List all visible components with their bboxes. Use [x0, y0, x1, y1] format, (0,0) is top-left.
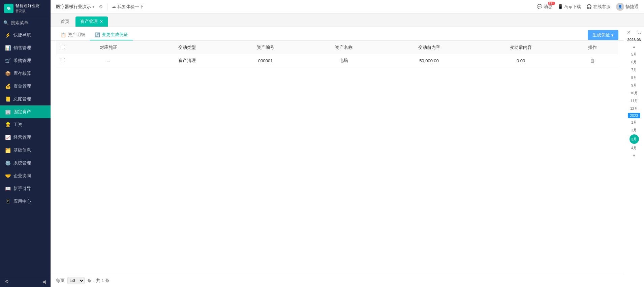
month-1[interactable]: 1月: [629, 119, 639, 126]
sidebar-item-enterprise[interactable]: 🤝 企业协同: [0, 169, 51, 182]
main-content: 📋 资产明细 🔄 变更生成凭证 生成凭证 ▾: [51, 27, 624, 287]
month-11[interactable]: 11月: [628, 97, 640, 104]
row-checkbox[interactable]: [61, 58, 65, 62]
sidebar-item-finance[interactable]: 💰 资金管理: [0, 80, 51, 93]
tab-home-label: 首页: [61, 19, 69, 25]
experience-button[interactable]: ☁ 我要体验一下: [112, 4, 144, 10]
avatar: 👤: [616, 3, 624, 11]
month-7[interactable]: 7月: [629, 66, 639, 73]
enterprise-icon: 🤝: [5, 173, 11, 179]
app-center-icon: 📱: [5, 199, 11, 204]
search-icon: 🔍: [3, 20, 9, 25]
sidebar-item-label: 固定资产: [13, 109, 31, 115]
subtab-asset-detail-label: 资产明细: [68, 32, 85, 38]
settings-button[interactable]: ⚙: [5, 279, 9, 284]
subtab-asset-detail[interactable]: 📋 资产明细: [56, 30, 90, 40]
topbar-right: 💬 消息 99+ 📱 App下载 🎧 在线客服 👤 畅捷通: [537, 3, 639, 11]
subtab-change-voucher[interactable]: 🔄 变更生成凭证: [90, 30, 133, 40]
customer-service-label: 在线客服: [593, 4, 611, 10]
messages-button[interactable]: 💬 消息 99+: [537, 4, 552, 10]
sidebar-item-quick-nav[interactable]: ⚡ 快捷导航: [0, 29, 51, 41]
sidebar-item-label: 应用中心: [13, 198, 31, 204]
message-icon: 💬: [537, 4, 542, 9]
logo-title: 畅捷通好业财: [16, 3, 40, 9]
sidebar-item-fixed-assets[interactable]: 🏢 固定资产: [0, 105, 51, 118]
sidebar-item-label: 基础信息: [13, 147, 31, 153]
search-menu[interactable]: 🔍 搜索菜单: [0, 17, 51, 29]
sidebar-item-inventory[interactable]: 📦 库存核算: [0, 67, 51, 80]
app-download-icon: 📱: [558, 4, 563, 9]
header-voucher: 对应凭证: [69, 41, 148, 54]
per-page-select[interactable]: 10 20 50 100: [67, 277, 85, 284]
company-selector[interactable]: 医疗器械行业演示 ▾: [56, 4, 95, 10]
tab-asset-management[interactable]: 资产管理 ✕: [75, 17, 108, 27]
month-12[interactable]: 12月: [628, 105, 640, 112]
right-panel: ✕ ⛶ 2023.03 ▲ 5月 6月 7月 8月 9月 10月 11月 12月…: [624, 27, 644, 287]
header-before-change: 变动前内容: [383, 41, 475, 54]
sidebar-item-label: 快捷导航: [13, 32, 31, 38]
sidebar-item-system[interactable]: ⚙️ 系统管理: [0, 157, 51, 169]
right-panel-close-icon[interactable]: ✕: [627, 30, 631, 35]
month-5[interactable]: 5月: [629, 51, 639, 58]
pagination: 每页 10 20 50 100 条，共 1 条: [51, 274, 624, 287]
sidebar-item-label: 企业协同: [13, 173, 31, 179]
header-after-change: 变动后内容: [475, 41, 567, 54]
operations-icon: 📈: [5, 135, 11, 140]
month-10[interactable]: 10月: [628, 90, 640, 97]
collapse-button[interactable]: ◀: [42, 279, 46, 284]
message-count-badge: 99+: [548, 2, 555, 5]
asset-detail-icon: 📋: [61, 32, 66, 37]
headphone-icon: 🎧: [586, 4, 592, 9]
month-6[interactable]: 6月: [629, 59, 639, 66]
month-4[interactable]: 4月: [629, 145, 639, 152]
header-asset-name: 资产名称: [305, 41, 383, 54]
sidebar-item-label: 采购管理: [13, 58, 31, 64]
tab-home[interactable]: 首页: [56, 17, 74, 27]
sidebar-item-basic-info[interactable]: 🗂️ 基础信息: [0, 144, 51, 157]
sidebar-item-app-center[interactable]: 📱 应用中心: [0, 195, 51, 208]
month-8[interactable]: 8月: [629, 74, 639, 81]
search-label: 搜索菜单: [11, 20, 28, 26]
right-panel-expand-icon[interactable]: ⛶: [637, 30, 641, 34]
month-3[interactable]: 3月: [630, 134, 639, 144]
sidebar-item-guide[interactable]: 📖 新手引导: [0, 182, 51, 195]
year-2023[interactable]: 2023: [628, 113, 640, 118]
logo-subtitle: 普及版: [16, 9, 40, 13]
table-header-row: 对应凭证 变动类型 资产编号 资产名称 变动前内容 变动后内容 操作: [56, 41, 618, 54]
sidebar-item-operations[interactable]: 📈 经营管理: [0, 131, 51, 144]
main-area: 医疗器械行业演示 ▾ ⚙ ☁ 我要体验一下 💬 消息 99+ 📱 App下载 🎧…: [51, 0, 644, 287]
delete-button[interactable]: 🗑: [590, 58, 595, 63]
finance-icon: 💰: [5, 84, 11, 89]
generate-voucher-button[interactable]: 生成凭证 ▾: [588, 30, 618, 40]
customer-service-button[interactable]: 🎧 在线客服: [586, 4, 611, 10]
header-checkbox-cell: [56, 41, 69, 54]
sales-icon: 📊: [5, 45, 11, 51]
sidebar-item-payroll[interactable]: 👷 工资: [0, 118, 51, 131]
sidebar-item-label: 工资: [13, 122, 22, 128]
tab-close-icon[interactable]: ✕: [100, 19, 103, 24]
header-change-type: 变动类型: [148, 41, 226, 54]
month-2[interactable]: 2月: [629, 127, 639, 134]
header-asset-code: 资产编号: [226, 41, 305, 54]
experience-label: 我要体验一下: [117, 4, 144, 10]
app-download-button[interactable]: 📱 App下载: [558, 4, 581, 10]
asset-table: 对应凭证 变动类型 资产编号 资产名称 变动前内容 变动后内容 操作: [56, 41, 618, 67]
content-area: 📋 资产明细 🔄 变更生成凭证 生成凭证 ▾: [51, 27, 644, 287]
company-name: 医疗器械行业演示: [56, 4, 91, 10]
user-menu[interactable]: 👤 畅捷通: [616, 3, 639, 11]
month-9[interactable]: 9月: [629, 82, 639, 89]
sidebar-item-label: 经营管理: [13, 134, 31, 140]
quick-nav-icon: ⚡: [5, 32, 11, 38]
scroll-down-icon[interactable]: ▼: [631, 152, 638, 159]
scroll-up-icon[interactable]: ▲: [631, 43, 638, 51]
sidebar-item-sales[interactable]: 📊 销售管理: [0, 41, 51, 54]
row-asset-name: 电脑: [305, 54, 383, 67]
select-all-checkbox[interactable]: [61, 45, 65, 49]
sidebar-item-purchase[interactable]: 🛒 采购管理: [0, 54, 51, 67]
cloud-icon: ☁: [112, 4, 116, 9]
row-after-change: 0.00: [475, 54, 567, 67]
system-icon: ⚙️: [5, 160, 11, 166]
settings-icon[interactable]: ⚙: [99, 4, 103, 9]
sidebar-item-ledger[interactable]: 📒 总账管理: [0, 93, 51, 105]
row-change-type: 资产清理: [148, 54, 226, 67]
